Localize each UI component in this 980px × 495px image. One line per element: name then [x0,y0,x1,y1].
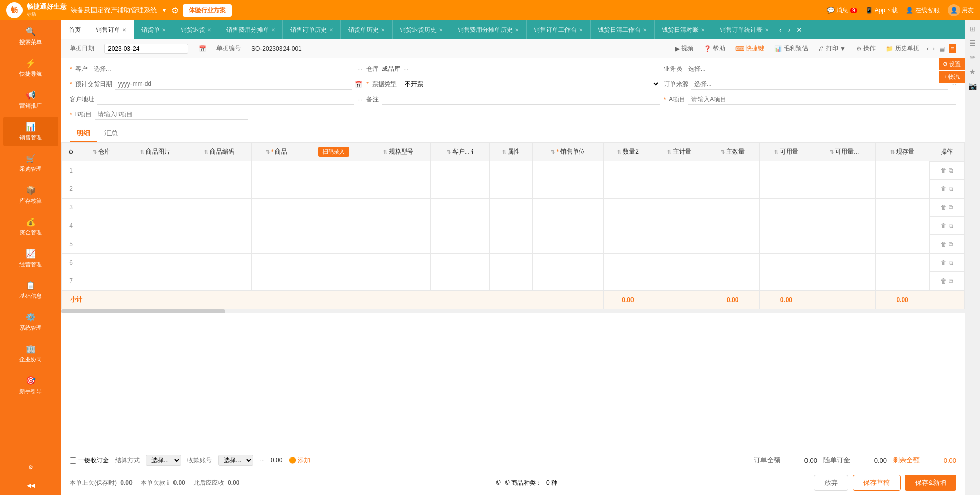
table-scroll[interactable]: ⚙ ⇅仓库 ⇅商品图片 ⇅商品编码 [61,142,965,450]
order-source-input[interactable] [691,79,948,90]
quick-order-checkbox[interactable]: 一键收订金 [70,456,109,465]
row-copy-icon[interactable]: ⧉ [949,241,953,248]
bank-select[interactable]: 选择... [218,455,253,466]
tab-close-icon[interactable]: ✕ [643,27,647,33]
date-input[interactable] [104,44,188,54]
tab-close-icon[interactable]: ✕ [381,27,385,33]
tab-close-icon[interactable]: ✕ [329,27,333,33]
user-area[interactable]: 👤 用友 [948,4,974,16]
tab-close-icon[interactable]: ✕ [515,27,519,33]
panel-icon-2[interactable]: ☰ [969,39,976,47]
nav-next-icon[interactable]: › [933,45,935,52]
profit-btn[interactable]: 📊 毛利预估 [771,43,811,54]
tab-expense-history[interactable]: 销售费用分摊单历史 ✕ [450,20,527,39]
invoice-select[interactable]: 不开票 增值税普通发票 增值税专用发票 [400,78,660,90]
panel-icon-1[interactable]: ⊞ [970,25,976,33]
list-view-icon[interactable]: ≡ [949,44,956,53]
staff-input[interactable] [685,63,948,74]
print-btn[interactable]: 🖨 打印 ▼ [815,43,849,54]
sidebar-collapse[interactable]: ◀◀ [3,477,58,494]
save-new-button[interactable]: 保存&新增 [905,475,956,491]
row-copy-icon[interactable]: ⧉ [949,259,953,266]
address-input[interactable] [97,94,354,105]
sidebar-item-inventory[interactable]: 📦 库存核算 [3,180,58,210]
tab-close-icon[interactable]: ✕ [207,27,211,33]
aproject-input[interactable] [688,94,956,105]
row-copy-icon[interactable]: ⧉ [949,277,953,285]
tab-sales-summary[interactable]: 销售订单统计表 ✕ [712,20,776,39]
sidebar-item-system[interactable]: ⚙️ 系统管理 [3,307,58,337]
sidebar-item-quicknav[interactable]: ⚡ 快捷导航 [3,53,58,83]
row-copy-icon[interactable]: ⧉ [949,222,953,229]
logistics-btn[interactable]: + 物流 [939,71,965,83]
tab-next-btn[interactable]: › [785,26,794,34]
delivery-input[interactable] [115,79,352,90]
bproject-input[interactable] [95,109,248,120]
nav-prev-icon[interactable]: ‹ [927,45,929,52]
row-delete-icon[interactable]: 🗑 [941,222,947,229]
sidebar-item-marketing[interactable]: 📢 营销推广 [3,85,58,115]
row-delete-icon[interactable]: 🗑 [941,259,947,266]
add-link[interactable]: 🟠 添加 [289,456,310,465]
row-delete-icon[interactable]: 🗑 [941,277,947,285]
row-copy-icon[interactable]: ⧉ [949,167,953,174]
panel-icon-5[interactable]: 📷 [968,82,977,90]
date-icon-2[interactable]: 📅 [355,81,362,88]
tab-menu-btn[interactable]: ✕ [793,26,805,34]
panel-icon-4[interactable]: ★ [969,68,976,76]
operations-btn[interactable]: ⚙ 操作 [853,43,879,54]
discard-button[interactable]: 放弃 [814,475,848,491]
tab-close-icon[interactable]: ✕ [579,27,583,33]
message-area[interactable]: 💬 消息 9 [827,6,857,15]
tab-home[interactable]: 首页 [61,20,89,39]
row-copy-icon[interactable]: ⧉ [949,185,953,192]
scan-btn[interactable]: 扫码录入 [318,147,349,157]
tab-order-workbench[interactable]: 销售订单工作台 ✕ [527,20,591,39]
tab-sales-order[interactable]: 销售订单 ✕ [89,20,134,39]
tab-close-icon[interactable]: ✕ [162,27,166,33]
quick-order-check[interactable] [70,457,76,464]
tab-return-history[interactable]: 销货单历史 ✕ [341,20,393,39]
tab-order-history[interactable]: 销售订单历史 ✕ [283,20,341,39]
tab-return-goods[interactable]: 销货退货 ✕ [173,20,219,39]
tab-close-icon[interactable]: ✕ [439,27,443,33]
sidebar-item-purchase[interactable]: 🛒 采购管理 [3,148,58,178]
tab-cash-daily[interactable]: 钱货日清工作台 ✕ [591,20,655,39]
sidebar-settings[interactable]: ⚙ [3,459,58,476]
row-copy-icon[interactable]: ⧉ [949,204,953,211]
calendar-icon[interactable]: 📅 [199,45,206,52]
row-delete-icon[interactable]: 🗑 [941,185,947,192]
industry-button[interactable]: 体验行业方案 [183,4,232,17]
tab-close-icon[interactable]: ✕ [701,27,705,33]
save-draft-button[interactable]: 保存草稿 [853,475,901,491]
row-delete-icon[interactable]: 🗑 [941,167,947,174]
settings-icon[interactable]: ⚙ [171,6,179,15]
online-service[interactable]: 👤 在线客服 [906,6,940,15]
table-tab-detail[interactable]: 明细 [70,125,97,142]
panel-icon-3[interactable]: ✏ [970,53,976,61]
dropdown-icon[interactable]: ▼ [161,7,167,14]
row-delete-icon[interactable]: 🗑 [941,204,947,211]
remark-input[interactable] [382,94,659,105]
pay-method-select[interactable]: 选择... [146,455,181,466]
history-btn[interactable]: 📁 历史单据 [883,43,923,54]
tab-sales-expense[interactable]: 销售费用分摊单 ✕ [219,20,283,39]
tab-close-icon[interactable]: ✕ [122,27,126,33]
grid-view-icon[interactable]: ▤ [939,45,945,52]
tab-prev-btn[interactable]: ‹ [776,26,785,34]
tab-return-goods-history[interactable]: 销货退货历史 ✕ [393,20,450,39]
row-delete-icon[interactable]: 🗑 [941,241,947,248]
sidebar-item-finance[interactable]: 💰 资金管理 [3,212,58,242]
view-btn[interactable]: ▶ 视频 [672,43,696,54]
tab-close-icon[interactable]: ✕ [765,27,769,33]
settings-panel-btn[interactable]: ⚙ 设置 [939,58,965,70]
help-btn[interactable]: ❓ 帮助 [701,43,728,54]
tab-sales-return[interactable]: 销货单 ✕ [134,20,173,39]
sidebar-item-enterprise[interactable]: 🏢 企业协同 [3,339,58,369]
sidebar-item-basic[interactable]: 📋 基础信息 [3,275,58,305]
sidebar-item-guide[interactable]: 🎯 新手引导 [3,371,58,400]
shortcut-btn[interactable]: ⌨ 快捷键 [732,43,767,54]
table-tab-summary[interactable]: 汇总 [97,125,125,142]
sidebar-item-sales[interactable]: 📊 销售管理 [3,117,58,146]
sidebar-item-operations[interactable]: 📈 经营管理 [3,244,58,273]
